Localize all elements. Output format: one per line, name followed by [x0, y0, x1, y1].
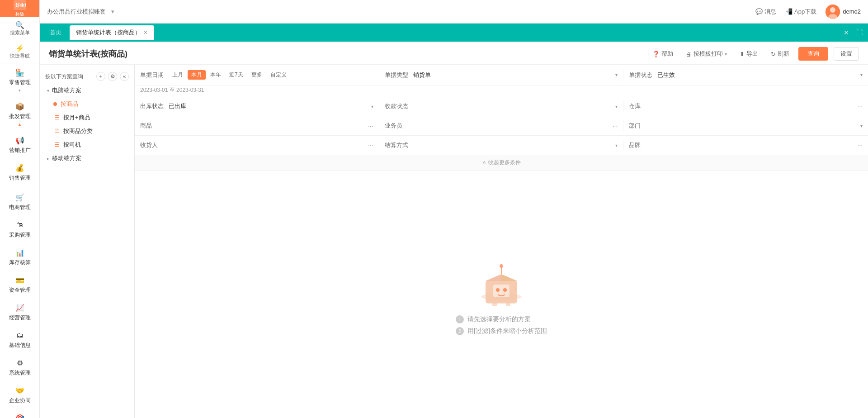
- search-text: 搜索菜单: [3, 29, 37, 36]
- warehouse-label: 仓库: [629, 102, 654, 110]
- department-chevron: ▾: [860, 124, 863, 128]
- export-btn[interactable]: ⬆ 导出: [736, 48, 762, 60]
- tree-group-desktop-header[interactable]: ▾ 电脑端方案: [40, 84, 134, 97]
- type-label: 单据类型: [385, 71, 410, 79]
- tab-report[interactable]: 销货单统计表（按商品） ✕: [70, 25, 154, 40]
- svg-rect-10: [493, 285, 509, 297]
- outstock-select[interactable]: 已出库 ▾: [169, 102, 373, 110]
- page-content: 销货单统计表(按商品) ❓ 帮助 🖨 按模板打印 ▾ ⬆ 导出 ↻ 刷新: [40, 42, 868, 418]
- app-download-btn[interactable]: 📲 App下载: [785, 8, 816, 16]
- salesman-dots[interactable]: ···: [613, 122, 618, 129]
- category-icon: ☰: [53, 128, 61, 135]
- page-header-right: ❓ 帮助 🖨 按模板打印 ▾ ⬆ 导出 ↻ 刷新 查询 设置: [649, 47, 859, 61]
- ecommerce-label: 电商管理: [9, 204, 31, 211]
- retail-arrow: ▾: [19, 88, 21, 93]
- industry-chevron[interactable]: ▾: [111, 8, 114, 15]
- sidebar-item-operations[interactable]: 📈 经营管理: [0, 299, 39, 326]
- print-btn[interactable]: 🖨 按模板打印 ▾: [682, 48, 731, 60]
- filter-cell-status: 单据状态 已生效 ▾: [623, 69, 868, 81]
- tree-group-mobile-header[interactable]: ▸ 移动端方案: [40, 152, 134, 165]
- brand-label: 品牌: [629, 141, 654, 149]
- refresh-btn[interactable]: ↻ 刷新: [767, 48, 793, 60]
- status-select[interactable]: 已生效 ▾: [657, 71, 863, 79]
- date-tab-last-month[interactable]: 上月: [169, 70, 187, 80]
- system-icon: ⚙: [15, 358, 24, 367]
- sidebar-item-system[interactable]: ⚙ 系统管理: [0, 354, 39, 381]
- sidebar: 好生意 标版 🔍 帮助 搜索菜单 ⚡ 快捷导航 🏪 零售管理 ▾ 📦 批发管理 …: [0, 0, 40, 418]
- type-select[interactable]: 销货单 ▾: [413, 71, 618, 79]
- sidebar-item-sales[interactable]: 💰 销售管理: [0, 159, 39, 186]
- tab-home[interactable]: 首页: [43, 25, 68, 40]
- tree-item-by-month-product[interactable]: ☰ 按月+商品: [53, 111, 134, 124]
- date-tab-custom[interactable]: 自定义: [267, 70, 290, 80]
- inventory-label: 库存核算: [9, 259, 31, 266]
- date-tab-this-year[interactable]: 本年: [207, 70, 225, 80]
- step-2-number: 2: [456, 327, 464, 335]
- tree-item-by-cashier[interactable]: ☰ 按司机: [53, 138, 134, 152]
- status-chevron: ▾: [860, 72, 863, 77]
- date-tab-this-month[interactable]: 本月: [188, 70, 206, 80]
- home-tab-label: 首页: [50, 28, 61, 37]
- sidebar-item-marketing[interactable]: 📢 营销推广: [0, 131, 39, 159]
- by-category-label: 按商品分类: [63, 127, 93, 135]
- sidebar-item-inventory[interactable]: 📊 库存核算: [0, 243, 39, 271]
- date-tab-7days[interactable]: 近7天: [226, 70, 247, 80]
- collapse-bar[interactable]: ∧ 收起更多条件: [135, 155, 868, 171]
- by-product-label: 按商品: [61, 100, 78, 108]
- sidebar-item-ecommerce[interactable]: 🛒 电商管理: [0, 188, 39, 216]
- payment-select[interactable]: ▾: [413, 104, 618, 109]
- panel-add-btn[interactable]: +: [96, 72, 105, 81]
- svg-point-12: [503, 288, 507, 292]
- quick-nav-label: 快捷导航: [3, 52, 37, 59]
- page-title: 销货单统计表(按商品): [49, 48, 127, 59]
- sidebar-item-basic[interactable]: 🗂 基础信息: [0, 326, 39, 354]
- export-icon: ⬆: [740, 51, 745, 57]
- enterprise-label: 企业协同: [9, 397, 31, 404]
- tree-item-by-category[interactable]: ☰ 按商品分类: [53, 124, 134, 138]
- product-label: 商品: [140, 122, 165, 130]
- user-profile[interactable]: demo2: [826, 5, 861, 19]
- receiver-dots[interactable]: ···: [368, 142, 373, 149]
- empty-text: 1 请先选择要分析的方案 2 用[过滤]条件来缩小分析范围: [456, 315, 547, 335]
- sidebar-item-enterprise[interactable]: 🤝 企业协同: [0, 381, 39, 409]
- settings-btn[interactable]: 设置: [834, 47, 859, 61]
- filter-cell-department: 部门 ▾: [623, 120, 868, 132]
- filter-cell-outstock: 出库状态 已出库 ▾: [135, 100, 379, 112]
- wholesale-label: 批发管理: [9, 113, 31, 120]
- step-1-text: 请先选择要分析的方案: [467, 315, 531, 323]
- filter-cell-receiver: 收货人 ···: [135, 139, 379, 151]
- message-btn[interactable]: 💬 消息: [755, 8, 776, 16]
- tab-close-all-btn[interactable]: ✕: [842, 27, 851, 38]
- warehouse-dots[interactable]: ···: [857, 103, 863, 110]
- step-1-number: 1: [456, 315, 464, 323]
- tree-item-by-product[interactable]: 按商品: [53, 97, 134, 111]
- sidebar-item-wholesale[interactable]: 📦 批发管理 ▲: [0, 97, 39, 131]
- left-panel: 按以下方案查询 + ⚙ « ▾ 电脑端方案: [40, 65, 135, 418]
- brand-dots[interactable]: ···: [857, 142, 863, 149]
- sidebar-item-retail[interactable]: 🏪 零售管理 ▾: [0, 63, 39, 97]
- settlement-select[interactable]: ▾: [413, 143, 618, 148]
- desktop-label: 电脑端方案: [52, 86, 81, 95]
- sidebar-item-finance[interactable]: 💳 资金管理: [0, 271, 39, 299]
- tab-close-icon[interactable]: ✕: [143, 29, 148, 36]
- sidebar-item-newcomer[interactable]: 🎯 新手引导: [0, 409, 39, 418]
- empty-step-2: 2 用[过滤]条件来缩小分析范围: [456, 327, 547, 335]
- product-dots[interactable]: ···: [368, 122, 373, 129]
- panel-collapse-btn[interactable]: «: [120, 72, 129, 81]
- quick-nav-item[interactable]: ⚡ 快捷导航: [0, 40, 39, 63]
- settlement-chevron: ▾: [615, 143, 618, 148]
- search-menu-item[interactable]: 🔍 帮助 搜索菜单: [0, 17, 39, 40]
- panel-settings-btn[interactable]: ⚙: [108, 72, 117, 81]
- date-tab-more[interactable]: 更多: [248, 70, 266, 80]
- refresh-label: 刷新: [778, 50, 789, 58]
- department-select[interactable]: ▾: [657, 124, 863, 128]
- query-btn[interactable]: 查询: [798, 47, 828, 61]
- help-btn[interactable]: ❓ 帮助: [649, 48, 677, 60]
- sidebar-item-purchase[interactable]: 🛍 采购管理: [0, 216, 39, 243]
- tab-expand-btn[interactable]: ⛶: [854, 27, 864, 38]
- filter-row-4: 收货人 ··· 结算方式 ▾ 品牌 ···: [135, 136, 868, 155]
- status-value: 已生效: [657, 71, 859, 79]
- main-area: 办公用品行业模拟账套 ▾ 💬 消息 📲 App下载 demo2 首页 销: [40, 0, 868, 418]
- app-logo[interactable]: 好生意 标版: [0, 0, 40, 17]
- outstock-value: 已出库: [169, 102, 369, 110]
